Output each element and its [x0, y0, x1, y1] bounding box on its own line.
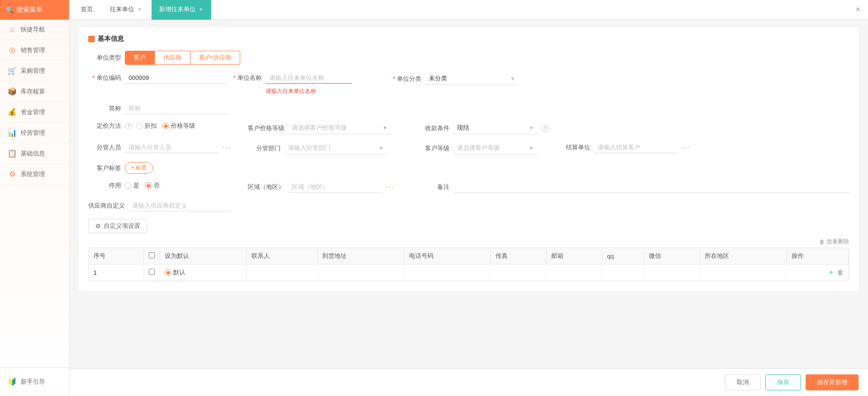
pricing-row: 定价方法 ? 折扣 价格等级 客户价格等级 — [88, 122, 849, 134]
contacts-table-wrapper: 序号 设为默认 联系人 到货地址 电话号码 传真 邮箱 qq 微信 所在地区 操… — [88, 248, 849, 281]
cell-fax — [491, 264, 547, 281]
region-input[interactable] — [288, 181, 382, 193]
unit-category-select[interactable]: 未分类 ▼ — [425, 72, 519, 85]
unit-type-field: 单位类型 客户 供应商 客户/供应商 — [88, 51, 849, 65]
cell-checkbox — [144, 264, 160, 281]
default-radio-circle — [165, 269, 171, 276]
payment-terms-select[interactable]: 现结 ▼ — [453, 122, 538, 134]
manager-field: 分管人员 ··· — [88, 142, 248, 153]
sidebar-item-sales[interactable]: ◎ 销售管理 — [0, 40, 69, 61]
disabled-radio-no[interactable]: 否 — [145, 181, 160, 190]
pricing-help-icon[interactable]: ? — [125, 122, 132, 130]
col-address: 到货地址 — [318, 248, 404, 264]
settlement-more-icon[interactable]: ··· — [682, 143, 691, 152]
tab-home[interactable]: 首页 — [73, 0, 100, 20]
sidebar-item-inventory[interactable]: 📦 库存核算 — [0, 81, 69, 102]
cell-actions: + 🗑 — [786, 264, 848, 281]
region-field: 区域（地区） ··· — [248, 181, 417, 193]
level-arrow-icon: ▼ — [529, 145, 534, 151]
col-qq: qq — [602, 248, 644, 264]
disabled-radio-yes[interactable]: 是 — [125, 181, 139, 190]
manager-input[interactable] — [125, 142, 219, 153]
pricing-label: 定价方法 — [88, 122, 121, 130]
radio-discount-circle — [136, 123, 143, 129]
delete-row-icon[interactable]: 🗑 — [837, 269, 844, 276]
tab-contacts[interactable]: 往来单位 × — [102, 0, 150, 20]
type-btn-customer[interactable]: 客户 — [125, 51, 155, 65]
row-checkbox[interactable] — [149, 269, 155, 275]
basic-icon: 📋 — [8, 149, 17, 158]
region-more-icon[interactable]: ··· — [386, 183, 395, 191]
unit-type-row: 单位类型 客户 供应商 客户/供应商 — [88, 51, 849, 65]
tag-label: 客户标签 — [88, 164, 121, 172]
select-all-checkbox[interactable] — [149, 252, 155, 258]
disabled-label: 停用 — [88, 181, 121, 190]
short-name-label: 简称 — [88, 104, 121, 113]
sales-icon: ◎ — [8, 46, 17, 54]
customer-level-select[interactable]: 请选择客户等级 ▼ — [453, 142, 538, 155]
short-name-input[interactable] — [125, 103, 228, 114]
unit-code-label: 单位编码 — [88, 74, 121, 82]
unit-type-label: 单位类型 — [88, 54, 121, 62]
save-and-new-button[interactable]: 保存并新增 — [806, 374, 859, 390]
close-tab2-icon[interactable]: × — [198, 6, 204, 13]
col-fax: 传真 — [491, 248, 547, 264]
supplier-custom-label: 供应商自定义 — [88, 202, 125, 210]
sidebar-item-purchase[interactable]: 🛒 采购管理 — [0, 61, 69, 81]
search-menu-item[interactable]: 🔍 搜索菜单 — [0, 0, 69, 20]
cell-wechat — [644, 264, 700, 281]
settlement-input[interactable] — [594, 142, 678, 153]
sidebar-item-finance[interactable]: 💰 资金管理 — [0, 102, 69, 123]
sidebar-item-operations[interactable]: 📊 经营管理 — [0, 123, 69, 143]
manager-more-icon[interactable]: ··· — [222, 143, 231, 152]
supplier-custom-row: 供应商自定义 — [88, 200, 849, 211]
col-contact: 联系人 — [246, 248, 318, 264]
radio-level-circle — [162, 123, 169, 129]
cell-email — [546, 264, 602, 281]
gear-icon: ⚙ — [95, 223, 101, 230]
customer-price-label: 客户价格等级 — [248, 124, 284, 132]
pricing-radio-discount[interactable]: 折扣 — [136, 122, 157, 130]
customer-price-select[interactable]: 请选择客户价格等级 ▼ — [288, 122, 391, 134]
title-icon — [88, 36, 95, 42]
unit-code-input[interactable] — [125, 72, 228, 84]
dept-label: 分管部门 — [248, 144, 281, 153]
unit-name-field: 单位名称 请输入往来单位名称 — [229, 72, 388, 95]
batch-delete-area[interactable]: 🗑 批量删除 — [88, 238, 849, 246]
remark-label: 备注 — [417, 183, 449, 191]
pricing-radio-level[interactable]: 价格等级 — [162, 122, 195, 130]
type-btn-supplier[interactable]: 供应商 — [155, 51, 190, 65]
supplier-custom-field: 供应商自定义 — [88, 200, 248, 211]
sidebar-item-basic[interactable]: 📋 基础信息 — [0, 143, 69, 164]
dept-arrow-icon: ▼ — [379, 145, 384, 151]
unit-category-field: 单位分类 未分类 ▼ — [388, 72, 529, 85]
save-button[interactable]: 保存 — [765, 374, 801, 390]
remark-field: 备注 — [417, 181, 849, 193]
payment-help-icon[interactable]: ? — [541, 124, 549, 132]
custom-settings-section: ⚙ 自定义项设置 — [88, 219, 849, 233]
unit-name-input[interactable] — [266, 72, 352, 84]
add-tag-button[interactable]: + 标签 — [125, 162, 153, 174]
supplier-custom-input[interactable] — [129, 200, 232, 211]
cell-address — [318, 264, 404, 281]
cell-seq: 1 — [89, 264, 144, 281]
radio-yes-circle — [125, 182, 131, 189]
dept-select[interactable]: 请输入分管部门 ▼ — [284, 142, 388, 155]
type-btn-both[interactable]: 客户/供应商 — [190, 51, 240, 65]
sidebar-item-quick-nav[interactable]: ⌂ 快捷导航 — [0, 20, 69, 40]
remark-input[interactable] — [453, 181, 849, 193]
delete-icon: 🗑 — [819, 239, 825, 245]
default-radio[interactable]: 默认 — [165, 268, 242, 277]
close-all-tabs-icon[interactable]: × — [852, 5, 864, 15]
add-row-icon[interactable]: + — [829, 268, 833, 277]
tab-new-contact[interactable]: 新增往来单位 × — [152, 0, 211, 20]
custom-settings-button[interactable]: ⚙ 自定义项设置 — [88, 219, 147, 233]
page-content: 基本信息 单位类型 客户 供应商 客户/供应商 单位编码 — [69, 20, 868, 368]
unit-name-error: 请输入往来单位名称 — [266, 88, 316, 94]
cell-phone — [404, 264, 491, 281]
sidebar-item-guide[interactable]: 🔰 新手引导 — [0, 372, 69, 392]
sidebar: 🔍 搜索菜单 ⌂ 快捷导航 ◎ 销售管理 🛒 采购管理 📦 库存核算 💰 资金管… — [0, 0, 69, 396]
cancel-button[interactable]: 取消 — [725, 374, 761, 390]
sidebar-item-system[interactable]: ⚙ 系统管理 — [0, 164, 69, 185]
close-tab1-icon[interactable]: × — [137, 6, 142, 13]
